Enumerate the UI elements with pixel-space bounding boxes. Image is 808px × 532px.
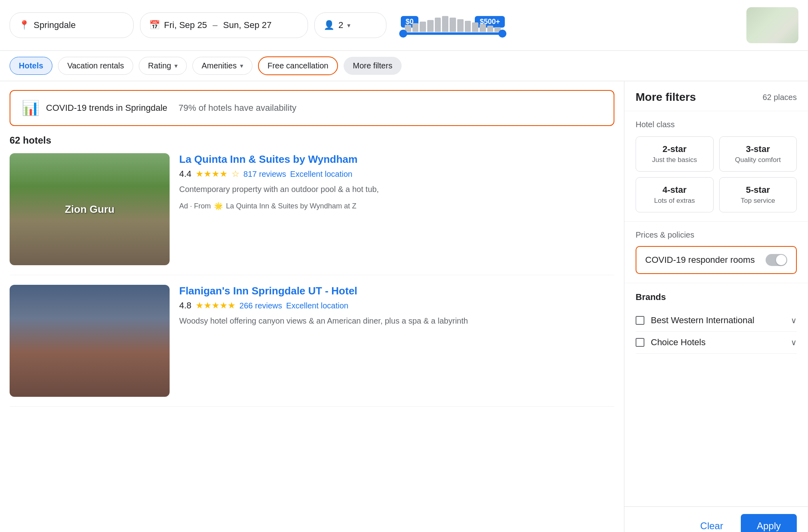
hotel-description: Contemporary property with an outdoor po… — [179, 183, 605, 195]
filter-panel-header: More filters 62 places — [624, 81, 808, 111]
price-thumb-max[interactable] — [498, 30, 506, 38]
best-western-chevron-icon: ∨ — [791, 316, 797, 325]
hotel-rating-row: 4.8 ★★★★★ 266 reviews Excellent location — [179, 300, 605, 311]
hotel-class-2star[interactable]: 2-star Just the basics — [636, 136, 714, 172]
hotel-location-badge: Excellent location — [286, 301, 348, 310]
tab-more-filters[interactable]: More filters — [344, 57, 402, 75]
amenities-chevron-icon: ▾ — [240, 62, 243, 70]
hotel-count: 62 hotels — [10, 135, 614, 146]
hotel-class-4star[interactable]: 4-star Lots of extras — [636, 177, 714, 212]
price-slider-fill — [401, 32, 505, 35]
brand-item-best-western[interactable]: Best Western International ∨ — [636, 310, 797, 332]
checkout-text: Sun, Sep 27 — [223, 20, 272, 30]
ad-sun-icon: 🌟 — [214, 202, 223, 210]
hotel-class-3star[interactable]: 3-star Quality comfort — [719, 136, 797, 172]
price-slider-track[interactable] — [401, 32, 505, 35]
hotel-image — [10, 285, 170, 397]
brand-left: Choice Hotels — [636, 337, 706, 348]
location-field[interactable]: 📍 Springdale — [10, 12, 134, 38]
hotel-class-section: Hotel class 2-star Just the basics 3-sta… — [624, 111, 808, 222]
histogram-bar — [442, 16, 448, 32]
hotel-stars: ★★★★★ — [196, 300, 236, 311]
histogram-bar — [465, 21, 471, 32]
histogram-bar — [457, 19, 464, 32]
hotel-info: Flanigan's Inn Springdale UT - Hotel 4.8… — [170, 285, 614, 397]
tab-amenities[interactable]: Amenities ▾ — [192, 57, 252, 75]
brand-item-choice-hotels[interactable]: Choice Hotels ∨ — [636, 332, 797, 354]
clear-button[interactable]: Clear — [689, 514, 734, 532]
guests-field[interactable]: 👤 2 ▾ — [314, 12, 386, 38]
price-thumb-min[interactable] — [399, 30, 407, 38]
ad-row: Ad · From 🌟 La Quinta Inn & Suites by Wy… — [179, 202, 605, 210]
filter-panel-title: More filters — [636, 91, 696, 104]
covid-banner-text: COVID-19 trends in Springdale — [46, 103, 167, 113]
brands-title: Brands — [636, 292, 797, 302]
hotel-class-3star-sub: Quality comfort — [726, 156, 790, 164]
choice-hotels-chevron-icon: ∨ — [791, 338, 797, 347]
tab-rating[interactable]: Rating ▾ — [139, 57, 187, 75]
hotel-info: La Quinta Inn & Suites by Wyndham 4.4 ★★… — [170, 153, 614, 265]
tab-more-filters-label: More filters — [353, 61, 392, 70]
location-pin-icon: 📍 — [19, 20, 30, 30]
hotel-rating-row: 4.4 ★★★★ ☆ 817 reviews Excellent locatio… — [179, 169, 605, 179]
map-thumbnail[interactable] — [746, 7, 798, 43]
apply-button[interactable]: Apply — [741, 514, 797, 532]
hotel-card[interactable]: Flanigan's Inn Springdale UT - Hotel 4.8… — [10, 285, 614, 407]
hotel-card[interactable]: La Quinta Inn & Suites by Wyndham 4.4 ★★… — [10, 153, 614, 275]
date-separator: – — [213, 20, 218, 30]
hotel-class-5star-sub: Top service — [726, 197, 790, 205]
hotel-class-2star-sub: Just the basics — [642, 156, 707, 164]
rating-chevron-icon: ▾ — [174, 62, 178, 70]
prices-policies-section: Prices & policies COVID-19 responder roo… — [624, 222, 808, 283]
toggle-knob — [776, 255, 786, 265]
hotel-class-4star-sub: Lots of extras — [642, 197, 707, 205]
hotel-half-star-icon: ☆ — [232, 169, 240, 179]
hotel-image — [10, 153, 170, 265]
checkin-text: Fri, Sep 25 — [164, 20, 207, 30]
search-bar: 📍 Springdale 📅 Fri, Sep 25 – Sun, Sep 27… — [0, 0, 808, 51]
hotel-reviews[interactable]: 266 reviews — [240, 301, 282, 310]
tab-vacation-rentals[interactable]: Vacation rentals — [58, 57, 133, 75]
price-range-slider: $0 $500+ — [401, 16, 505, 35]
histogram-bar — [480, 24, 486, 32]
histogram-bar — [450, 18, 456, 32]
histogram-bar — [487, 26, 494, 32]
brands-section: Brands Best Western International ∨ Choi… — [624, 283, 808, 506]
hotel-reviews[interactable]: 817 reviews — [244, 170, 286, 179]
more-filters-panel: More filters 62 places Hotel class 2-sta… — [624, 81, 808, 532]
tab-amenities-label: Amenities — [202, 61, 237, 70]
hotel-class-3star-main: 3-star — [726, 144, 790, 154]
histogram-bar — [427, 20, 434, 32]
covid-availability-text: 79% of hotels have availability — [178, 103, 296, 113]
hotel-class-4star-main: 4-star — [642, 185, 707, 195]
best-western-label: Best Western International — [651, 315, 754, 326]
hotel-stars: ★★★★ — [196, 169, 228, 179]
choice-hotels-label: Choice Hotels — [651, 337, 706, 348]
hotel-class-grid: 2-star Just the basics 3-star Quality co… — [636, 136, 797, 212]
best-western-checkbox[interactable] — [636, 316, 644, 325]
dates-field[interactable]: 📅 Fri, Sep 25 – Sun, Sep 27 — [140, 12, 308, 38]
brand-left: Best Western International — [636, 315, 754, 326]
histogram-bar — [435, 18, 441, 32]
covid-toggle-switch[interactable] — [766, 254, 787, 266]
filter-panel-places-count: 62 places — [762, 93, 797, 102]
guests-text: 2 — [338, 20, 343, 30]
tab-free-cancellation-label: Free cancellation — [268, 61, 328, 70]
hotel-class-2star-main: 2-star — [642, 144, 707, 154]
hotel-class-5star-main: 5-star — [726, 185, 790, 195]
ad-source-text: La Quinta Inn & Suites by Wyndham at Z — [226, 202, 356, 210]
tab-rating-label: Rating — [148, 61, 171, 70]
covid-toggle-label: COVID-19 responder rooms — [645, 255, 755, 265]
filter-bottom-bar: Clear Apply — [624, 506, 808, 532]
tab-free-cancellation[interactable]: Free cancellation — [258, 56, 338, 75]
hotel-list-panel: 📊 COVID-19 trends in Springdale 79% of h… — [0, 81, 624, 532]
choice-hotels-checkbox[interactable] — [636, 338, 644, 347]
hotel-rating: 4.8 — [179, 300, 192, 311]
tab-hotels[interactable]: Hotels — [10, 57, 52, 75]
filter-tabs-bar: Hotels Vacation rentals Rating ▾ Ameniti… — [0, 51, 808, 81]
hotel-class-5star[interactable]: 5-star Top service — [719, 177, 797, 212]
calendar-icon: 📅 — [149, 20, 160, 30]
hotel-location-badge: Excellent location — [290, 170, 352, 179]
covid-banner[interactable]: 📊 COVID-19 trends in Springdale 79% of h… — [10, 90, 614, 126]
ad-label: Ad · From — [179, 202, 211, 210]
